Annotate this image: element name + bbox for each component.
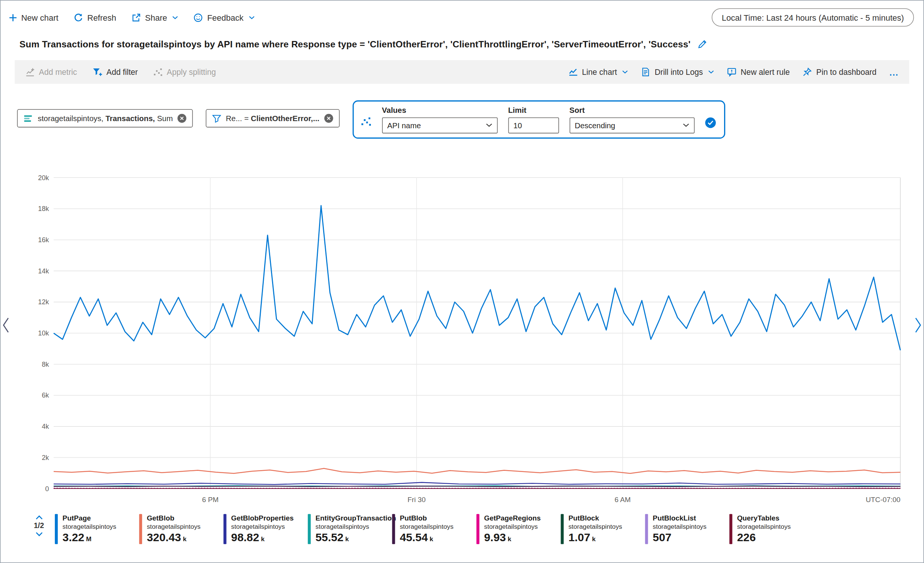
chevron-down-icon (486, 123, 492, 127)
legend-resource-name: storagetailspintoys (231, 523, 293, 530)
legend-resource-name: storagetailspintoys (569, 523, 622, 530)
add-metric-button[interactable]: Add metric (25, 67, 77, 77)
legend-value: 3.22M (62, 531, 116, 544)
x-tick-label: 6 AM (615, 496, 631, 504)
new-chart-button[interactable]: New chart (9, 13, 59, 22)
top-toolbar: New chart Refresh Share Feedback (1, 1, 924, 34)
feedback-button[interactable]: Feedback (194, 13, 254, 22)
splitting-applied-check-icon[interactable] (705, 117, 715, 128)
chevron-down-icon (622, 70, 628, 74)
more-options-button[interactable]: ... (889, 67, 898, 77)
values-selected-option: API name (387, 121, 421, 130)
legend-color-bar (55, 514, 58, 544)
sort-label: Sort (569, 106, 694, 115)
scroll-right-chevron[interactable] (915, 317, 922, 336)
legend-value: 45.54k (400, 531, 454, 544)
legend-series-name: PutBlockList (653, 514, 706, 522)
legend-item[interactable]: PutBlock storagetailspintoys 1.07k (561, 514, 645, 544)
legend-item[interactable]: GetBlobProperties storagetailspintoys 98… (224, 514, 308, 544)
apply-splitting-label: Apply splitting (167, 68, 216, 77)
add-metric-icon (25, 67, 35, 77)
chevron-down-icon (172, 16, 178, 19)
refresh-button[interactable]: Refresh (74, 13, 116, 22)
legend-value: 507 (653, 531, 706, 544)
y-tick-label: 8k (42, 361, 49, 368)
drill-into-logs-label: Drill into Logs (655, 68, 703, 77)
legend-color-bar (224, 514, 227, 544)
y-tick-label: 20k (38, 174, 49, 182)
pin-to-dashboard-button[interactable]: Pin to dashboard (803, 67, 876, 77)
line-chart-icon (569, 67, 578, 77)
apply-splitting-icon (153, 67, 163, 77)
legend-resource-name: storagetailspintoys (147, 523, 201, 530)
legend-series-name: EntityGroupTransaction (316, 514, 396, 522)
legend-item[interactable]: PutPage storagetailspintoys 3.22M (55, 514, 139, 544)
chart-area: 02k4k6k8k10k12k14k16k18k20k6 PMFri 306 A… (1, 153, 924, 509)
legend-item[interactable]: GetPageRegions storagetailspintoys 9.93k (476, 514, 561, 544)
series-line-PutBlob (54, 486, 900, 487)
legend-color-bar (729, 514, 732, 544)
refresh-label: Refresh (87, 13, 116, 22)
chevron-down-icon (683, 123, 689, 127)
legend-color-bar (139, 514, 142, 544)
logs-icon (641, 67, 650, 77)
share-button[interactable]: Share (132, 13, 178, 22)
values-field: Values API name (382, 106, 498, 134)
y-tick-label: 6k (42, 392, 49, 399)
more-options-label: ... (889, 67, 898, 77)
legend-value: 9.93k (484, 531, 541, 544)
time-range-picker[interactable]: Local Time: Last 24 hours (Automatic - 5… (712, 8, 914, 27)
pin-icon (803, 67, 812, 77)
legend-item[interactable]: QueryTables storagetailspintoys 226 (729, 514, 814, 544)
legend-meta: GetBlob storagetailspintoys 320.43k (147, 514, 201, 544)
legend-meta: PutPage storagetailspintoys 3.22M (62, 514, 116, 544)
legend-color-bar (561, 514, 564, 544)
legend-meta: PutBlob storagetailspintoys 45.54k (400, 514, 454, 544)
remove-filter-button[interactable] (324, 114, 333, 123)
legend-meta: PutBlockList storagetailspintoys 507 (653, 514, 706, 544)
edit-title-icon[interactable] (697, 39, 707, 49)
add-metric-label: Add metric (39, 68, 77, 77)
legend-meta: GetPageRegions storagetailspintoys 9.93k (484, 514, 541, 544)
metric-pill[interactable]: storagetailspintoys, Transactions, Sum (17, 109, 193, 127)
legend-page-up-button[interactable] (35, 515, 42, 520)
chart-type-dropdown[interactable]: Line chart (569, 67, 628, 77)
legend-value: 226 (737, 531, 791, 544)
filter-pill[interactable]: Re... = ClientOtherError,... (206, 109, 340, 127)
y-tick-label: 16k (38, 236, 49, 244)
legend-color-bar (645, 514, 648, 544)
values-select[interactable]: API name (382, 117, 498, 133)
metric-pill-text: storagetailspintoys, Transactions, Sum (38, 114, 172, 123)
share-label: Share (145, 13, 167, 22)
new-alert-rule-button[interactable]: New alert rule (727, 67, 790, 77)
remove-metric-button[interactable] (177, 114, 186, 123)
filter-pill-text: Re... = ClientOtherError,... (226, 114, 319, 123)
new-alert-rule-label: New alert rule (741, 68, 790, 77)
legend-series-name: PutBlob (400, 514, 454, 522)
legend-row: 1/2 PutPage storagetailspintoys 3.22M Ge… (1, 509, 924, 544)
y-tick-label: 10k (38, 329, 49, 337)
scatter-icon (361, 116, 371, 127)
add-filter-button[interactable]: Add filter (92, 67, 138, 77)
limit-input[interactable] (508, 117, 559, 133)
alert-icon (727, 67, 736, 77)
legend-series-name: GetBlob (147, 514, 201, 522)
chevron-down-icon (708, 70, 714, 74)
legend-item[interactable]: GetBlob storagetailspintoys 320.43k (139, 514, 223, 544)
drill-into-logs-dropdown[interactable]: Drill into Logs (641, 67, 714, 77)
chart-toolbar: Add metric Add filter Apply splitting Li… (15, 60, 909, 84)
series-line-GetBlobProperties (54, 483, 900, 484)
legend-value: 1.07k (569, 531, 622, 544)
legend-item[interactable]: PutBlockList storagetailspintoys 507 (645, 514, 729, 544)
legend-item[interactable]: EntityGroupTransaction storagetailspinto… (308, 514, 392, 544)
scroll-left-chevron[interactable] (2, 317, 9, 336)
legend-page-down-button[interactable] (35, 532, 42, 537)
legend-series-name: GetBlobProperties (231, 514, 293, 522)
chart-toolbar-right: Line chart Drill into Logs New alert rul (569, 67, 899, 77)
splitting-panel: Values API name Limit Sort Descending (352, 100, 725, 139)
pin-to-dashboard-label: Pin to dashboard (816, 68, 876, 77)
legend-pager: 1/2 (31, 515, 47, 536)
legend-item[interactable]: PutBlob storagetailspintoys 45.54k (392, 514, 476, 544)
sort-select[interactable]: Descending (569, 117, 694, 133)
apply-splitting-button[interactable]: Apply splitting (153, 67, 216, 77)
